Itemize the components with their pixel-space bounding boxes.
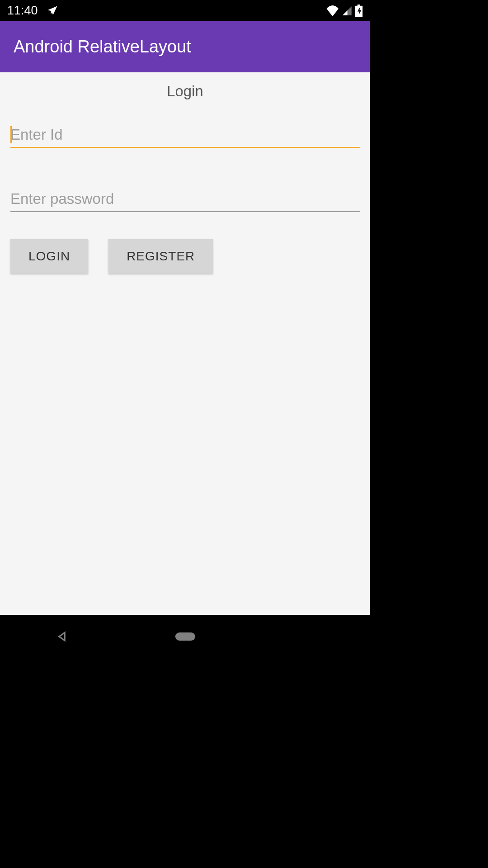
app-bar: Android RelativeLayout (0, 21, 370, 72)
button-row: LOGIN REGISTER (10, 239, 360, 274)
login-button[interactable]: LOGIN (10, 239, 88, 274)
signal-icon (341, 5, 353, 16)
login-header: Login (10, 72, 360, 100)
home-button[interactable] (172, 623, 199, 650)
main-content: Login LOGIN REGISTER (0, 72, 370, 615)
wifi-icon (326, 5, 339, 16)
password-input[interactable] (10, 187, 360, 212)
navigation-bar (0, 615, 370, 658)
app-title: Android RelativeLayout (14, 37, 191, 57)
id-input-wrapper (10, 123, 360, 148)
notification-icon (46, 5, 59, 17)
password-input-wrapper (10, 187, 360, 212)
status-left: 11:40 (7, 4, 59, 18)
status-right (326, 5, 363, 17)
id-input[interactable] (10, 123, 360, 148)
battery-icon (355, 5, 363, 17)
text-cursor (10, 126, 12, 143)
svg-rect-1 (357, 5, 360, 6)
status-bar: 11:40 (0, 0, 370, 21)
svg-rect-2 (175, 632, 195, 641)
register-button[interactable]: REGISTER (108, 239, 213, 274)
back-button[interactable] (48, 623, 75, 650)
recents-button[interactable] (295, 623, 322, 650)
status-time: 11:40 (7, 4, 38, 18)
